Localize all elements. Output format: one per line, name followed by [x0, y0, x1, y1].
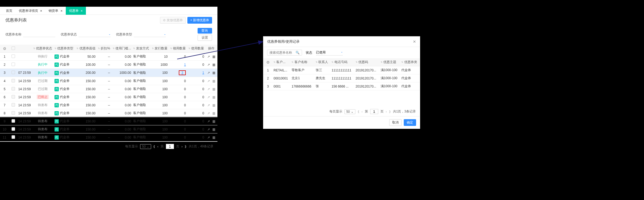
gear-icon[interactable]: ⚙	[266, 60, 270, 64]
sort-icon[interactable]: ⇅	[54, 47, 56, 50]
tab-home[interactable]: 首页	[3, 7, 16, 15]
share-icon[interactable]: ↗	[207, 79, 210, 83]
search-icon[interactable]: 🔍	[296, 51, 300, 54]
setting-button[interactable]: 设置	[198, 35, 212, 41]
table-row[interactable]: 1 RETAIL... 零散客户 张三 11111111111 20191201…	[263, 66, 420, 74]
sort-icon[interactable]: ⇅	[356, 61, 358, 63]
share-icon[interactable]: ↗	[207, 128, 210, 131]
per-page-select[interactable]: 50 ⌄	[140, 144, 151, 149]
share-icon[interactable]: ↗	[207, 55, 210, 59]
row-receive-qty[interactable]: 1	[169, 61, 187, 69]
first-page-icon[interactable]: ⟪	[358, 110, 359, 114]
sort-icon[interactable]: ⇅	[274, 61, 275, 63]
row-checkbox[interactable]	[12, 54, 15, 58]
tab-detail[interactable]: 优惠券详情页 ✕	[16, 7, 45, 15]
share-icon[interactable]: ↗	[207, 136, 210, 139]
sort-icon[interactable]: ⇅	[381, 61, 383, 63]
qrcode-icon[interactable]: ▦	[212, 79, 215, 83]
table-row[interactable]: 7 14 23:59 待发布 代代金券 150.00 -- 0.00 客户领取 …	[0, 101, 217, 109]
row-checkbox[interactable]	[12, 63, 15, 66]
table-row[interactable]: 5 14 23:59 已过期 代代金券 150.00 -- 0.00 客户领取 …	[0, 85, 217, 93]
table-row[interactable]: 6 14 23:59 已终止 代代金券 150.00 -- 0.00 客户领取 …	[0, 93, 217, 101]
sort-icon[interactable]: ⇅	[332, 61, 333, 63]
share-icon[interactable]: ↗	[207, 111, 210, 115]
tab-sales[interactable]: 销货单 ✕	[45, 7, 66, 15]
confirm-button[interactable]: 确定	[404, 119, 416, 126]
qrcode-icon[interactable]: ▦	[212, 55, 215, 59]
sort-icon[interactable]: ⇅	[77, 47, 78, 50]
share-icon[interactable]: ↗	[207, 119, 210, 123]
qrcode-icon[interactable]: ▦	[212, 111, 215, 115]
table-row[interactable]: 3 07 23:59 执行中 代代金券 200.00 -- 1000.00 客户…	[0, 69, 217, 77]
last-page-icon[interactable]: ⟫	[389, 110, 391, 114]
filter-type-select[interactable]: ⌄	[134, 32, 166, 37]
qrcode-icon[interactable]: ▦	[212, 95, 215, 99]
per-page-select[interactable]: 50 ⌄	[344, 109, 355, 114]
page-input[interactable]	[166, 144, 174, 149]
row-threshold: 1000.00	[111, 69, 132, 77]
search-input[interactable]	[270, 51, 296, 54]
add-coupon-button[interactable]: + 新增优惠券	[187, 17, 212, 24]
share-icon[interactable]: ↗	[207, 103, 210, 107]
cancel-button[interactable]: 取消	[389, 119, 402, 126]
table-row[interactable]: 1 待执行 代代金券 50.00 -- 0.00 客户领取 10 0 0 ↗ ▦	[0, 53, 217, 61]
sort-icon[interactable]: ⇅	[292, 61, 293, 63]
query-button[interactable]: 查询	[198, 28, 212, 34]
share-icon[interactable]: ↗	[207, 71, 210, 75]
tab-coupon[interactable]: 优惠券 ✕	[66, 7, 86, 15]
table-row[interactable]: 8 14 23:59 待发布 代代金券 150.00 -- 0.00 客户领取 …	[0, 109, 217, 117]
row-use-qty[interactable]: 1	[187, 69, 205, 77]
sort-icon[interactable]: ⇅	[152, 47, 154, 50]
sort-icon[interactable]: ⇅	[316, 61, 318, 63]
sort-icon[interactable]: ⇅	[113, 47, 115, 50]
table-row[interactable]: 11 14 23:59 待发布 代代金券 150.00 -- 0.00 客户领取…	[0, 133, 217, 141]
sort-icon[interactable]: ⇅	[401, 61, 403, 63]
row-checkbox[interactable]	[12, 71, 15, 74]
share-icon[interactable]: ↗	[207, 95, 210, 99]
table-row[interactable]: 2 执行中 代代金券 100.00 -- 0.00 客户领取 1000 1 0 …	[0, 61, 217, 69]
row-receive-qty[interactable]: 3	[169, 69, 187, 77]
qrcode-icon[interactable]: ▦	[212, 87, 215, 91]
gear-icon[interactable]: ⚙	[3, 46, 6, 51]
status-filter-select[interactable]: 已使用 ⌄	[316, 50, 343, 56]
prev-page-icon[interactable]: ‹	[157, 145, 158, 148]
close-icon[interactable]: ✕	[81, 9, 83, 12]
sort-icon[interactable]: ⇅	[98, 47, 100, 50]
table-row[interactable]: 10 14 23:59 待发布 代代金券 150.00 -- 0.00 客户领取…	[0, 125, 217, 133]
page-title: 优惠券列表	[5, 17, 27, 23]
row-method: 客户领取	[132, 85, 150, 93]
close-icon[interactable]: ✕	[413, 39, 416, 44]
filter-name-input[interactable]	[23, 32, 55, 37]
sort-icon[interactable]: ⇅	[170, 47, 172, 50]
close-icon[interactable]: ✕	[40, 9, 42, 12]
qrcode-icon[interactable]: ▦	[212, 128, 215, 131]
filter-status-select[interactable]: ⌄	[78, 32, 111, 37]
sort-icon[interactable]: ⇅	[188, 47, 190, 50]
close-icon[interactable]: ✕	[60, 9, 63, 12]
share-icon[interactable]: ↗	[207, 63, 210, 67]
sort-icon[interactable]: ⇅	[33, 47, 35, 50]
qrcode-icon[interactable]: ▦	[212, 119, 215, 123]
first-page-icon[interactable]: ⟪	[153, 145, 155, 148]
qrcode-icon[interactable]: ▦	[212, 63, 215, 67]
prev-page-icon[interactable]: ‹	[362, 110, 363, 114]
share-icon[interactable]: ↗	[207, 87, 210, 91]
row-discount: --	[97, 109, 111, 117]
sort-icon[interactable]: ⇅	[133, 47, 135, 50]
table-row[interactable]: 3 0001 17666666666 张 156 6666 ... 201912…	[263, 82, 420, 90]
table-row[interactable]: 2 00010001 北京1 唐先生 11111111111 201912017…	[263, 74, 420, 82]
table-row[interactable]: 4 14 23:59 已过期 代代金券 150.00 -- 0.00 客户领取 …	[0, 77, 217, 85]
next-page-icon[interactable]: ›	[181, 145, 183, 148]
issue-coupon-button[interactable]: ⊘ 发放优惠券	[160, 17, 185, 24]
qrcode-icon[interactable]: ▦	[212, 103, 215, 107]
qrcode-icon[interactable]: ▦	[212, 71, 215, 75]
row-threshold: 0.00	[111, 117, 132, 125]
row-issue-qty: 100	[150, 85, 169, 93]
table-row[interactable]: 9 14 23:59 待发布 代代金券 150.00 -- 0.00 客户领取 …	[0, 117, 217, 125]
select-all-checkbox[interactable]	[12, 46, 15, 50]
last-page-icon[interactable]: ⟫	[185, 145, 187, 148]
next-page-icon[interactable]: ›	[386, 110, 387, 114]
qrcode-icon[interactable]: ▦	[212, 136, 215, 139]
row-type: 代代金券	[53, 117, 75, 125]
page-input[interactable]	[370, 109, 378, 114]
